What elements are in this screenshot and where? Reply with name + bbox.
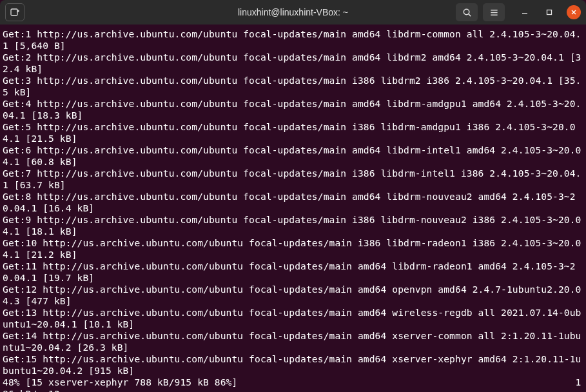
search-button[interactable] [456,3,478,21]
minimize-button[interactable] [518,5,532,19]
maximize-button[interactable] [542,5,556,19]
new-tab-icon [10,7,20,17]
titlebar-left [5,3,24,21]
close-icon [571,9,577,15]
svg-rect-0 [11,9,17,15]
new-tab-button[interactable] [5,3,24,21]
terminal-lines: Get:1 http://us.archive.ubuntu.com/ubunt… [3,28,581,376]
window-title: linuxhint@linuxhint-VBox: ~ [238,7,348,17]
close-button[interactable] [567,5,581,19]
progress-line: 48% [15 xserver-xephyr 788 kB/915 kB 86%… [3,377,581,392]
minimize-icon [522,9,528,15]
svg-line-4 [468,14,470,15]
window-controls [518,5,581,19]
maximize-icon [546,9,552,15]
search-icon [462,8,472,17]
svg-rect-9 [547,10,552,15]
hamburger-icon [489,8,499,17]
titlebar: linuxhint@linuxhint-VBox: ~ [0,0,586,24]
hamburger-menu-button[interactable] [483,3,505,21]
terminal-output[interactable]: Get:1 http://us.archive.ubuntu.com/ubunt… [0,24,586,392]
svg-point-3 [464,9,469,14]
titlebar-right [456,3,581,21]
